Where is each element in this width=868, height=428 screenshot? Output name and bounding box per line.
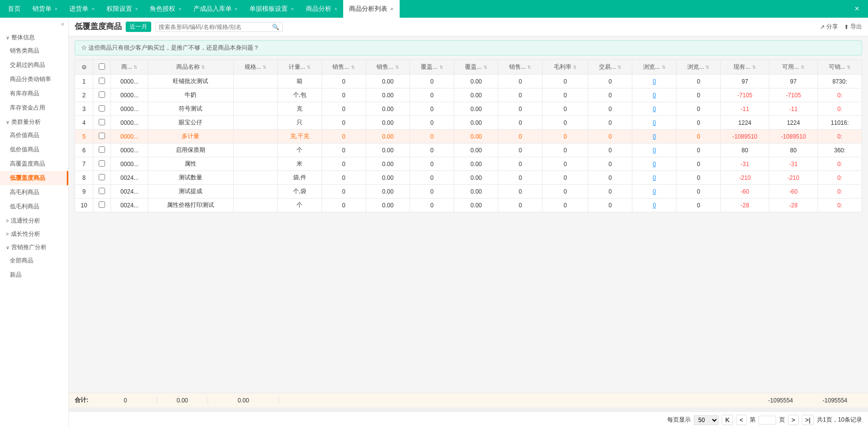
spec-column-header[interactable]: 规格... ⇅ xyxy=(233,60,277,75)
current-page-input[interactable]: 1 xyxy=(759,416,776,425)
nav-purchase-order[interactable]: 进货单 × xyxy=(63,0,100,18)
sidebar-section-marketing[interactable]: ∨ 营销推广分析 xyxy=(0,240,68,254)
row-spec xyxy=(233,116,277,130)
last-page-button[interactable]: >| xyxy=(802,415,814,425)
sidebar-item-low-coverage[interactable]: 低覆盖度商品 xyxy=(0,171,68,185)
row-browse1[interactable]: 0 xyxy=(632,88,677,102)
select-all-checkbox[interactable] xyxy=(99,63,105,70)
sidebar-section-group-analysis[interactable]: ∨ 类群量分析 xyxy=(0,115,68,128)
nav-close-icon[interactable]: × xyxy=(135,6,138,12)
search-icon[interactable]: 🔍 xyxy=(272,24,279,30)
per-page-select[interactable]: 2050100 xyxy=(694,415,719,425)
nav-permissions[interactable]: 权限设置 × xyxy=(101,0,144,18)
code-column-header[interactable]: 商... ⇅ xyxy=(111,60,148,75)
row-checkbox[interactable] xyxy=(93,143,111,157)
row-checkbox[interactable] xyxy=(93,130,111,143)
nav-product-analysis[interactable]: 商品分析 × xyxy=(300,0,343,18)
sidebar-item-inventory-products[interactable]: 有库存商品 xyxy=(0,86,68,101)
period-button[interactable]: 近一月 xyxy=(126,22,151,32)
row-available: -1089510 xyxy=(769,130,818,143)
row-gross-rate: 0 xyxy=(542,75,588,88)
sidebar-item-traded-products[interactable]: 交易过的商品 xyxy=(0,58,68,72)
share-button[interactable]: ↗ 分享 xyxy=(820,23,838,31)
row-sales-amount: 0.00 xyxy=(366,75,410,88)
nav-template-settings[interactable]: 单据模板设置 × xyxy=(244,0,299,18)
row-trade: 0 xyxy=(588,171,632,185)
sales-days-column-header[interactable]: 销售... ⇅ xyxy=(498,60,542,75)
row-checkbox[interactable] xyxy=(93,102,111,116)
sidebar-section-growth[interactable]: > 成长性分析 xyxy=(0,227,68,240)
checkbox-column-header[interactable] xyxy=(93,60,111,75)
row-checkbox[interactable] xyxy=(93,88,111,102)
coverage2-column-header[interactable]: 覆盖... ⇅ xyxy=(454,60,498,75)
row-checkbox[interactable] xyxy=(93,199,111,212)
sidebar-toggle-button[interactable]: « xyxy=(0,18,68,30)
row-browse1[interactable]: 0 xyxy=(632,102,677,116)
row-checkbox[interactable] xyxy=(93,171,111,185)
row-sales-amount: 0.00 xyxy=(366,185,410,199)
sidebar-item-sales-products[interactable]: 销售类商品 xyxy=(0,44,68,58)
unit-column-header[interactable]: 计量... ⇅ xyxy=(277,60,322,75)
horizontal-scrollbar[interactable] xyxy=(69,407,868,411)
trade-column-header[interactable]: 交易... ⇅ xyxy=(588,60,632,75)
nav-close-icon[interactable]: × xyxy=(178,6,181,12)
row-browse2: 0 xyxy=(677,88,721,102)
nav-close-icon[interactable]: × xyxy=(91,6,94,12)
row-name: 测试数量 xyxy=(148,171,234,185)
available-column-header[interactable]: 可用... ⇅ xyxy=(769,60,818,75)
prev-page-button[interactable]: < xyxy=(736,415,747,425)
nav-close-icon[interactable]: × xyxy=(291,6,294,12)
row-checkbox[interactable] xyxy=(93,116,111,130)
sales-amount-column-header[interactable]: 销售... ⇅ xyxy=(366,60,410,75)
row-browse1[interactable]: 0 xyxy=(632,199,677,212)
row-sales-days: 0 xyxy=(498,199,542,212)
current-column-header[interactable]: 现有... ⇅ xyxy=(721,60,769,75)
sidebar-item-new-products[interactable]: 新品 xyxy=(0,268,68,282)
nav-close-icon[interactable]: × xyxy=(390,6,393,12)
sellable-column-header[interactable]: 可销... ⇅ xyxy=(817,60,862,75)
sidebar-section-circulation[interactable]: > 流通性分析 xyxy=(0,214,68,227)
sidebar-item-high-profit[interactable]: 高毛利商品 xyxy=(0,185,68,200)
settings-column-header[interactable]: ⚙ xyxy=(75,60,93,75)
window-close-button[interactable]: × xyxy=(848,4,866,13)
row-browse1[interactable]: 0 xyxy=(632,130,677,143)
name-column-header[interactable]: 商品名称 ⇅ xyxy=(148,60,234,75)
row-checkbox[interactable] xyxy=(93,75,111,88)
sidebar-item-low-value[interactable]: 低价值商品 xyxy=(0,143,68,157)
row-browse1[interactable]: 0 xyxy=(632,116,677,130)
nav-close-icon[interactable]: × xyxy=(334,6,337,12)
sidebar-section-overall[interactable]: ∨ 整体信息 xyxy=(0,30,68,44)
nav-product-warehouse[interactable]: 产成品入库单 × xyxy=(188,0,244,18)
sidebar-item-high-coverage[interactable]: 高覆盖度商品 xyxy=(0,157,68,171)
sidebar-item-low-profit[interactable]: 低毛利商品 xyxy=(0,200,68,214)
nav-close-icon[interactable]: × xyxy=(54,6,57,12)
nav-sales-order[interactable]: 销货单 × xyxy=(27,0,63,18)
sales-count-column-header[interactable]: 销售... ⇅ xyxy=(322,60,366,75)
row-browse1[interactable]: 0 xyxy=(632,143,677,157)
row-browse1[interactable]: 0 xyxy=(632,185,677,199)
nav-role-auth[interactable]: 角色授权 × xyxy=(144,0,187,18)
row-code: 0024... xyxy=(111,199,148,212)
browse2-column-header[interactable]: 浏览... ⇅ xyxy=(677,60,721,75)
sidebar-item-inventory-capital[interactable]: 库存资金占用 xyxy=(0,101,68,115)
row-browse2: 0 xyxy=(677,130,721,143)
row-code: 0000... xyxy=(111,143,148,157)
export-button[interactable]: ⬆ 导出 xyxy=(844,23,862,31)
nav-close-icon[interactable]: × xyxy=(235,6,238,12)
gross-rate-column-header[interactable]: 毛利率 ⇅ xyxy=(542,60,588,75)
browse1-column-header[interactable]: 浏览... ⇅ xyxy=(632,60,677,75)
nav-product-analysis-list[interactable]: 商品分析列表 × xyxy=(343,0,399,18)
row-browse1[interactable]: 0 xyxy=(632,75,677,88)
sidebar-item-high-value[interactable]: 高价值商品 xyxy=(0,128,68,143)
sidebar-item-category-turnover[interactable]: 商品分类动销率 xyxy=(0,72,68,86)
row-checkbox[interactable] xyxy=(93,185,111,199)
row-checkbox[interactable] xyxy=(93,157,111,171)
sidebar-item-all-products[interactable]: 全部商品 xyxy=(0,254,68,268)
search-input[interactable] xyxy=(159,24,272,30)
row-browse1[interactable]: 0 xyxy=(632,171,677,185)
row-browse1[interactable]: 0 xyxy=(632,157,677,171)
nav-home[interactable]: 首页 xyxy=(2,0,27,18)
first-page-button[interactable]: K xyxy=(722,415,733,425)
next-page-button[interactable]: > xyxy=(788,415,799,425)
coverage1-column-header[interactable]: 覆盖... ⇅ xyxy=(410,60,454,75)
